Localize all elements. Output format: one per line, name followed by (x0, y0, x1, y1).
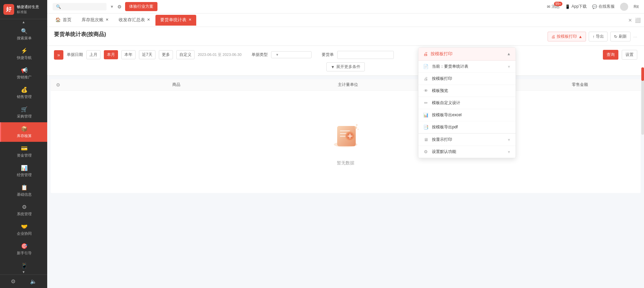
username-label: Rit (634, 4, 639, 9)
dropdown-item-template-preview[interactable]: 👁 模板预览 (418, 85, 516, 97)
tab-home[interactable]: 🏠 首页 (51, 15, 76, 26)
topbar-gear-icon[interactable]: ⚙ (117, 4, 122, 9)
sales-icon: 💰 (21, 87, 28, 93)
right-scrollbar[interactable] (641, 67, 644, 135)
topbar-messages[interactable]: ✉ 消息 99+ (547, 4, 560, 9)
empty-state-text: 暂无数据 (337, 160, 354, 166)
dropdown-item-set-default[interactable]: ⚙ 设置默认功能 ▼ (418, 146, 516, 158)
dropdown-printer-icon: 🖨 (423, 51, 428, 57)
topbar-search-input[interactable] (63, 4, 97, 9)
expand-more-label: 展开更多条件 (336, 64, 360, 70)
sidebar-item-appstore[interactable]: 📱 应用中心 (0, 259, 47, 269)
settings-button[interactable]: 设置 (622, 50, 637, 60)
template-custom-icon: ✏ (423, 100, 429, 105)
sidebar-item-finance[interactable]: 💳 资金管理 (0, 142, 47, 161)
settings-icon[interactable]: ⚙ (11, 278, 16, 285)
dropdown-item-template-custom[interactable]: ✏ 模板自定义设计 (418, 97, 516, 109)
dropdown-item-template-print[interactable]: 🖨 按模板打印 (418, 73, 516, 85)
template-print-button[interactable]: 🖨 按模板打印 ▲ (548, 32, 586, 41)
date-btn-more[interactable]: 更多 (159, 50, 173, 59)
sidebar-item-system[interactable]: ⚙ 系统管理 (0, 200, 47, 220)
action-bar: 🖨 按模板打印 ▲ ↑ 导出 ↻ 刷新 ··· (548, 32, 637, 41)
sidebar-item-quick-nav[interactable]: ⚡ 快捷导航 (0, 44, 47, 64)
tab-order-stats[interactable]: 要货单统计表 ✕ (155, 15, 196, 26)
audio-icon[interactable]: 🔈 (30, 278, 37, 285)
filter-expand-button[interactable]: » (54, 50, 63, 60)
col-header-retail-amount: 零售金额 (525, 82, 635, 88)
topbar-online-service[interactable]: 💬 在线客服 (592, 4, 615, 9)
sidebar-item-operation[interactable]: 📊 经营管理 (0, 161, 47, 181)
expand-icon: » (57, 52, 60, 58)
set-default-label: 设置默认功能 (432, 149, 504, 155)
tab-recv-summary[interactable]: 收发存汇总表 ✕ (114, 15, 155, 26)
sidebar-item-marketing[interactable]: 📢 营销推广 (0, 64, 47, 83)
order-type-chevron: ▼ (275, 53, 279, 57)
dropdown-close-chevron[interactable]: ▲ (507, 52, 511, 56)
sidebar-item-label: 销售管理 (17, 94, 32, 99)
template-print-dropdown: 🖨 按模板打印 ▲ 📄 当前：要货单统计表 ▼ 🖨 按模板打印 👁 模板预览 ✏… (418, 47, 516, 158)
expand-more-button[interactable]: ▼ 展开更多条件 (326, 62, 365, 71)
scroll-up-icon: ▲ (22, 20, 25, 24)
topbar-app-download[interactable]: 📱 App下载 (565, 4, 587, 9)
tab-inventory-batch[interactable]: 库存批次账 ✕ (77, 15, 113, 26)
trial-button[interactable]: 体验行业方案 (125, 2, 157, 11)
order-num-input[interactable] (337, 51, 394, 59)
sidebar-scroll-up[interactable]: ▲ (0, 19, 47, 25)
order-type-select[interactable]: ▼ (271, 51, 312, 58)
sidebar-item-purchase[interactable]: 🛒 采购管理 (0, 103, 47, 122)
topbar-search-box[interactable]: 🔍 (53, 3, 107, 10)
dropdown-item-display-print[interactable]: 🖥 按显示打印 ▼ (418, 134, 516, 146)
dropdown-current-template[interactable]: 📄 当前：要货单统计表 ▼ (418, 61, 516, 73)
template-preview-label: 模板预览 (432, 88, 511, 94)
sidebar-logo: 好 畅捷通好生意 标准版 (0, 0, 47, 19)
date-btn-this-year[interactable]: 本年 (121, 50, 136, 59)
sidebar-item-label: 系统管理 (17, 212, 32, 217)
search-icon: 🔍 (21, 28, 28, 34)
template-print-item-label: 按模板打印 (432, 76, 511, 82)
dropdown-item-export-pdf[interactable]: 📑 按模板导出pdf (418, 121, 516, 133)
filter-row-1: » 单据日期 上月 本月 本年 近7天 更多 自定义 2023-06-01 至 … (54, 50, 637, 60)
dropdown-item-export-excel[interactable]: 📊 按模板导出excel (418, 109, 516, 121)
template-print-icon: 🖨 (423, 76, 429, 81)
current-template-arrow: ▼ (507, 65, 511, 69)
template-print-label: 按模板打印 (557, 34, 577, 39)
scrollbar-thumb (641, 67, 644, 81)
user-avatar[interactable] (620, 3, 628, 11)
table-settings-icon[interactable]: ⚙ (56, 82, 60, 88)
appstore-icon: 📱 (21, 262, 28, 269)
empty-state: 暂无数据 (51, 91, 641, 193)
export-pdf-label: 按模板导出pdf (432, 124, 511, 130)
sidebar-item-label: 企业协同 (17, 231, 32, 236)
more-icon[interactable]: ··· (633, 34, 637, 39)
coop-icon: 🤝 (21, 223, 28, 230)
sidebar-item-sales[interactable]: 💰 销售管理 (0, 83, 47, 103)
sidebar-item-basic[interactable]: 📋 基础信息 (0, 181, 47, 200)
refresh-button[interactable]: ↻ 刷新 (610, 32, 631, 41)
tab-recv-summary-close[interactable]: ✕ (147, 18, 150, 22)
empty-state-graphic (327, 118, 364, 155)
finance-icon: 💳 (21, 145, 28, 152)
app-download-label: App下载 (572, 4, 587, 9)
tab-inventory-batch-close[interactable]: ✕ (106, 18, 109, 22)
sidebar-scroll-down[interactable]: ▼ (0, 269, 47, 275)
date-btn-prev-month[interactable]: 上月 (86, 50, 100, 59)
export-pdf-icon: 📑 (423, 125, 429, 130)
service-icon: 💬 (592, 4, 597, 9)
window-expand-icon[interactable]: ⬜ (635, 18, 641, 23)
sidebar-item-search[interactable]: 🔍 搜索菜单 (0, 25, 47, 44)
topbar: 🔍 ▼ ⚙ 体验行业方案 ✉ 消息 99+ 📱 App下载 💬 在线客服 Rit (47, 0, 644, 13)
export-button[interactable]: ↑ 导出 (589, 32, 608, 41)
window-close-icon[interactable]: ✕ (628, 18, 632, 23)
sidebar-item-inventory[interactable]: 📦 库存核算 (0, 122, 47, 142)
sidebar-item-label: 快捷导航 (17, 55, 32, 60)
date-btn-7days[interactable]: 近7天 (139, 50, 155, 59)
date-btn-custom[interactable]: 自定义 (176, 50, 195, 59)
sidebar-item-coop[interactable]: 🤝 企业协同 (0, 220, 47, 239)
date-btn-this-month[interactable]: 本月 (104, 50, 118, 59)
purchase-icon: 🛒 (21, 106, 28, 113)
filter-section: » 单据日期 上月 本月 本年 近7天 更多 自定义 2023-06-01 至 … (47, 46, 644, 76)
sidebar-item-newbie[interactable]: 🎯 新手引导 (0, 239, 47, 259)
topbar-dropdown-arrow[interactable]: ▼ (110, 4, 114, 9)
tab-order-stats-close[interactable]: ✕ (188, 18, 192, 22)
query-button[interactable]: 查询 (603, 50, 618, 60)
